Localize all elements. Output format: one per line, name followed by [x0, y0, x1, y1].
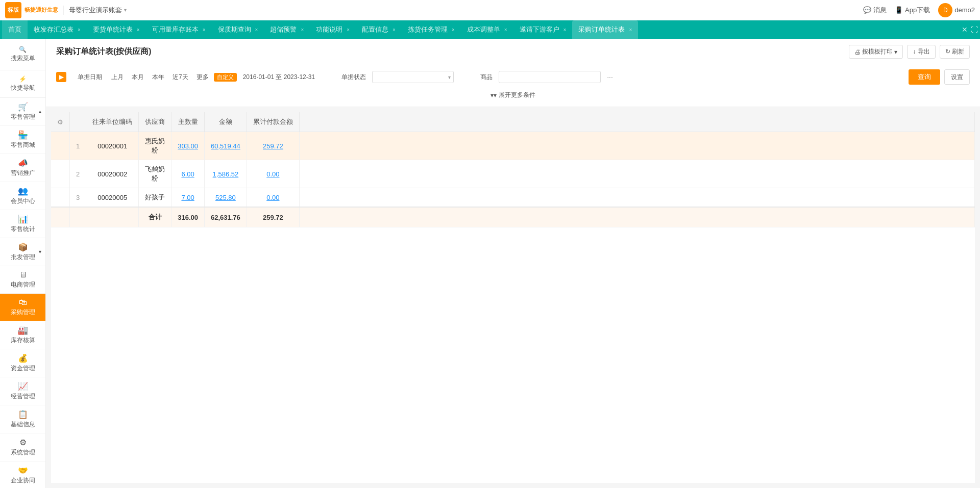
- status-select[interactable]: [372, 71, 454, 83]
- settings-button[interactable]: 设置: [944, 69, 970, 85]
- amount-link[interactable]: 60,519.44: [211, 142, 240, 150]
- nav-maximize-button[interactable]: ⛶: [971, 25, 978, 34]
- tab-yaoqing-label: 邀请下游客户: [520, 25, 559, 34]
- refresh-label: 刷新: [952, 48, 964, 55]
- sidebar-item-basic[interactable]: 📋 基础信息: [0, 405, 45, 433]
- paid-link[interactable]: 259.72: [263, 142, 283, 150]
- filter-toggle-button[interactable]: ▶: [56, 72, 66, 82]
- sidebar-item-finance[interactable]: 💰 资金管理: [0, 349, 45, 377]
- tab-caigou[interactable]: 采购订单统计表 ×: [572, 20, 638, 39]
- sidebar-item-zero-sales[interactable]: 🛒 零售管理 ▲: [0, 98, 45, 126]
- table-row: 2 00020002 飞鹤奶粉 6.00 1,586.52 0.00: [51, 160, 975, 188]
- table-settings-icon[interactable]: ⚙: [57, 118, 63, 126]
- sidebar-item-marketing[interactable]: 📣 营销推广: [0, 154, 45, 182]
- table-footer-row: 合计 316.00 62,631.76 259.72: [51, 207, 975, 227]
- sidebar-item-zero-shop[interactable]: 🏪 零售商城: [0, 126, 45, 154]
- row-settings-cell: [51, 132, 70, 160]
- tab-baozhi-close-icon[interactable]: ×: [255, 27, 258, 33]
- tab-kecun-close-icon[interactable]: ×: [203, 27, 206, 33]
- tab-peizhi[interactable]: 配置信息 ×: [356, 20, 402, 39]
- tab-yaohuo[interactable]: 要货单统计表 ×: [87, 20, 146, 39]
- tab-zhihuo[interactable]: 拣货任务管理 ×: [402, 20, 461, 39]
- sidebar-item-zero-stat[interactable]: 📊 零售统计: [0, 210, 45, 238]
- shortcut-7days[interactable]: 近7天: [169, 72, 191, 83]
- more-fields-icon[interactable]: ···: [607, 73, 613, 81]
- tab-peizhi-label: 配置信息: [362, 25, 388, 34]
- goods-input[interactable]: [499, 71, 601, 83]
- workspace-selector[interactable]: 母婴行业演示账套 ▾: [63, 6, 132, 15]
- sidebar-item-batch[interactable]: 📦 批发管理 ▼: [0, 238, 45, 266]
- tab-yaoqing[interactable]: 邀请下游客户 ×: [513, 20, 573, 39]
- tab-kecun[interactable]: 可用量库存账本 ×: [146, 20, 212, 39]
- sidebar-item-ecommerce[interactable]: 🖥 电商管理: [0, 266, 45, 294]
- filter-expand-row: ▾▾ 展开更多条件: [56, 89, 970, 101]
- tab-chaochujing-close-icon[interactable]: ×: [301, 27, 304, 33]
- supplier-name-cell: 好孩子: [139, 188, 172, 208]
- tab-zhihuo-close-icon[interactable]: ×: [452, 27, 455, 33]
- tab-yaohuo-close-icon[interactable]: ×: [137, 27, 140, 33]
- user-profile-button[interactable]: D demo2: [938, 3, 975, 17]
- sidebar-item-finance-label: 资金管理: [11, 364, 35, 373]
- tab-peizhi-close-icon[interactable]: ×: [393, 27, 396, 33]
- amount-link[interactable]: 1,586.52: [213, 170, 239, 178]
- tab-home[interactable]: 首页: [2, 20, 28, 39]
- query-button[interactable]: 查询: [909, 69, 940, 85]
- tab-chengben-close-icon[interactable]: ×: [504, 27, 507, 33]
- supplier-code-cell: 00020001: [86, 132, 139, 160]
- export-button[interactable]: ↓ 导出: [907, 45, 935, 59]
- refresh-button[interactable]: ↻ 刷新: [940, 45, 970, 59]
- qty-link[interactable]: 6.00: [181, 170, 194, 178]
- sidebar-item-enterprise[interactable]: 🤝 企业协同: [0, 461, 45, 488]
- shortcut-this-month[interactable]: 本月: [129, 72, 147, 83]
- tab-chengben[interactable]: 成本调整单 ×: [461, 20, 513, 39]
- qty-link[interactable]: 7.00: [181, 194, 194, 201]
- logo-abbr-text: 标版: [8, 6, 19, 14]
- app-download-button[interactable]: 📱 App下载: [895, 6, 930, 15]
- sidebar-item-member[interactable]: 👥 会员中心: [0, 182, 45, 210]
- sidebar-item-stock[interactable]: 🏭 库存核算: [0, 321, 45, 349]
- col-qty: 主数量: [172, 112, 205, 132]
- tab-gongneng-close-icon[interactable]: ×: [347, 27, 350, 33]
- col-row-num: [70, 112, 86, 132]
- page-header-actions: 🖨 按模板打印 ▾ ↓ 导出 ↻ 刷新: [849, 45, 970, 64]
- template-print-label: 按模板打印: [862, 47, 893, 56]
- tab-baozhi[interactable]: 保质期查询 ×: [212, 20, 264, 39]
- nav-close-button[interactable]: ✕: [962, 25, 968, 34]
- tab-shoufaye[interactable]: 收发存汇总表 ×: [28, 20, 87, 39]
- workspace-arrow-icon: ▾: [124, 7, 127, 13]
- footer-settings-cell: [51, 207, 70, 227]
- tab-chaochujing-label: 超储预警: [270, 25, 297, 34]
- row-settings-cell: [51, 160, 70, 188]
- qty-link[interactable]: 303.00: [178, 142, 198, 150]
- quick-nav-button[interactable]: ⚡ 快捷导航: [0, 72, 45, 95]
- tab-yaoqing-close-icon[interactable]: ×: [564, 27, 567, 33]
- sidebar-item-operation[interactable]: 📈 经营管理: [0, 377, 45, 405]
- sidebar-item-system[interactable]: ⚙ 系统管理: [0, 433, 45, 461]
- batch-expand-icon: ▼: [38, 249, 42, 254]
- tab-gongneng[interactable]: 功能说明 ×: [310, 20, 356, 39]
- shortcut-more[interactable]: 更多: [193, 72, 212, 83]
- logo-icon: 标版: [5, 2, 21, 18]
- table-row: 1 00020001 惠氏奶粉 303.00 60,519.44 259.72: [51, 132, 975, 160]
- sidebar-item-purchase[interactable]: 🛍 采购管理: [0, 294, 45, 321]
- search-menu-button[interactable]: 🔍 搜索菜单: [3, 43, 42, 66]
- tab-chaochujing[interactable]: 超储预警 ×: [264, 20, 310, 39]
- tab-caigou-close-icon[interactable]: ×: [629, 27, 632, 33]
- expand-more-button[interactable]: ▾▾ 展开更多条件: [485, 89, 541, 101]
- row-num-cell: 2: [70, 160, 86, 188]
- template-print-button[interactable]: 🖨 按模板打印 ▾: [849, 45, 903, 59]
- paid-link[interactable]: 0.00: [266, 194, 279, 201]
- tab-kecun-label: 可用量库存账本: [152, 25, 199, 34]
- system-icon: ⚙: [19, 438, 27, 447]
- footer-paid-cell: 259.72: [247, 207, 299, 227]
- tab-baozhi-label: 保质期查询: [218, 25, 251, 34]
- sidebar-item-basic-label: 基础信息: [11, 420, 35, 429]
- message-button[interactable]: 💬 消息: [863, 6, 887, 15]
- tab-shoufaye-close-icon[interactable]: ×: [78, 27, 81, 33]
- page-title: 采购订单统计表(按供应商): [56, 46, 152, 62]
- paid-link[interactable]: 0.00: [266, 170, 279, 178]
- shortcut-this-year[interactable]: 本年: [149, 72, 167, 83]
- shortcut-last-month[interactable]: 上月: [108, 72, 127, 83]
- goods-filter-label: 商品: [480, 73, 493, 82]
- amount-link[interactable]: 525.80: [215, 194, 236, 201]
